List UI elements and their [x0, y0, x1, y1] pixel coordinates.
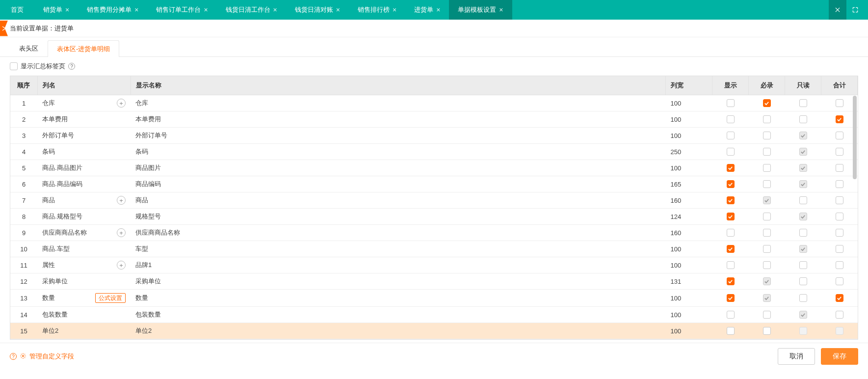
close-icon[interactable]: × [273, 6, 277, 14]
top-tab-4[interactable]: 钱货日清对账× [286, 0, 349, 20]
checkbox[interactable] [763, 99, 771, 107]
checkbox[interactable] [836, 99, 843, 107]
cell-display-name[interactable]: 商品编码 [131, 176, 666, 192]
checkbox[interactable] [836, 196, 843, 204]
checkbox[interactable] [727, 132, 735, 139]
cell-width[interactable]: 100 [666, 95, 712, 111]
cell-width[interactable]: 250 [666, 144, 712, 160]
checkbox[interactable] [763, 311, 771, 319]
top-tab-0[interactable]: 销货单× [34, 0, 78, 20]
checkbox[interactable] [763, 115, 771, 123]
table-row[interactable]: 3外部订单号外部订单号100 [10, 128, 858, 144]
cell-display-name[interactable]: 数量 [131, 290, 666, 307]
checkbox[interactable] [727, 277, 735, 285]
cell-display-name[interactable]: 单位2 [131, 323, 666, 339]
fullscreen-icon[interactable] [846, 0, 864, 20]
checkbox[interactable] [727, 245, 735, 253]
table-row[interactable]: 8商品.规格型号规格型号124 [10, 209, 858, 225]
table-row[interactable]: 4条码条码250 [10, 144, 858, 160]
cell-display-name[interactable]: 仓库 [131, 95, 666, 111]
checkbox[interactable] [763, 213, 771, 220]
table-row[interactable]: 12采购单位采购单位131 [10, 273, 858, 290]
checkbox[interactable] [799, 229, 807, 237]
checkbox[interactable] [799, 115, 807, 123]
top-tab-2[interactable]: 销售订单工作台× [147, 0, 216, 20]
table-row[interactable]: 2本单费用本单费用100 [10, 111, 858, 128]
close-panel-icon[interactable] [829, 0, 846, 20]
expand-flag-icon[interactable] [0, 21, 8, 36]
plus-icon[interactable]: + [117, 99, 126, 108]
table-row[interactable]: 5商品.商品图片商品图片100 [10, 160, 858, 176]
top-tab-1[interactable]: 销售费用分摊单× [78, 0, 147, 20]
close-icon[interactable]: × [134, 6, 138, 14]
cell-display-name[interactable]: 规格型号 [131, 209, 666, 225]
checkbox[interactable] [727, 180, 735, 188]
checkbox[interactable] [727, 327, 735, 335]
table-row[interactable]: 13数量公式设置数量100 [10, 290, 858, 307]
top-tab-3[interactable]: 钱货日清工作台× [217, 0, 286, 20]
checkbox[interactable] [727, 261, 735, 269]
checkbox[interactable] [727, 229, 735, 237]
close-icon[interactable]: × [336, 6, 340, 14]
checkbox[interactable] [836, 132, 843, 139]
checkbox[interactable] [836, 311, 843, 319]
checkbox[interactable] [763, 132, 771, 139]
checkbox[interactable] [836, 148, 843, 156]
checkbox[interactable] [836, 213, 843, 220]
checkbox[interactable] [727, 99, 735, 107]
cell-display-name[interactable]: 包装数量 [131, 307, 666, 323]
help-icon[interactable]: ? [68, 63, 75, 70]
checkbox[interactable] [727, 148, 735, 156]
checkbox[interactable] [799, 196, 807, 204]
cell-width[interactable]: 100 [666, 241, 712, 257]
checkbox-show-summary[interactable] [10, 62, 18, 70]
cell-display-name[interactable]: 采购单位 [131, 273, 666, 290]
checkbox[interactable] [763, 327, 771, 335]
checkbox[interactable] [799, 277, 807, 285]
cell-display-name[interactable]: 商品 [131, 192, 666, 209]
cell-display-name[interactable]: 外部订单号 [131, 128, 666, 144]
top-tab-5[interactable]: 销售排行榜× [349, 0, 405, 20]
table-row[interactable]: 9供应商商品名称+供应商商品名称160 [10, 225, 858, 241]
close-icon[interactable]: × [65, 6, 69, 14]
checkbox[interactable] [727, 213, 735, 220]
cell-width[interactable]: 160 [666, 192, 712, 209]
cell-width[interactable]: 100 [666, 111, 712, 128]
checkbox[interactable] [763, 164, 771, 172]
tab-header-area[interactable]: 表头区 [10, 40, 48, 56]
cell-width[interactable]: 100 [666, 290, 712, 307]
checkbox[interactable] [727, 115, 735, 123]
table-row[interactable]: 10商品.车型车型100 [10, 241, 858, 257]
checkbox[interactable] [836, 277, 843, 285]
table-row[interactable]: 11属性+品牌1100 [10, 257, 858, 273]
cancel-button[interactable]: 取消 [778, 348, 815, 365]
cell-width[interactable]: 100 [666, 307, 712, 323]
cell-width[interactable]: 100 [666, 160, 712, 176]
table-row[interactable]: 7商品+商品160 [10, 192, 858, 209]
table-row[interactable]: 1仓库+仓库100 [10, 95, 858, 111]
checkbox[interactable] [836, 115, 843, 123]
checkbox[interactable] [763, 261, 771, 269]
cell-display-name[interactable]: 本单费用 [131, 111, 666, 128]
cell-width[interactable]: 124 [666, 209, 712, 225]
table-row[interactable]: 6商品.商品编码商品编码165 [10, 176, 858, 192]
checkbox[interactable] [763, 148, 771, 156]
formula-button[interactable]: 公式设置 [95, 293, 126, 303]
cell-display-name[interactable]: 供应商商品名称 [131, 225, 666, 241]
footer-help-icon[interactable]: ? [10, 353, 17, 360]
checkbox[interactable] [836, 229, 843, 237]
cell-display-name[interactable]: 车型 [131, 241, 666, 257]
close-icon[interactable]: × [499, 6, 503, 14]
cell-display-name[interactable]: 品牌1 [131, 257, 666, 273]
plus-icon[interactable]: + [117, 228, 126, 237]
checkbox[interactable] [836, 180, 843, 188]
cell-width[interactable]: 165 [666, 176, 712, 192]
cell-width[interactable]: 100 [666, 257, 712, 273]
plus-icon[interactable]: + [117, 196, 126, 205]
checkbox[interactable] [727, 294, 735, 302]
save-button[interactable]: 保存 [821, 348, 858, 365]
manage-custom-fields-link[interactable]: 管理自定义字段 [29, 352, 74, 361]
checkbox[interactable] [836, 164, 843, 172]
top-tab-7[interactable]: 单据模板设置× [449, 0, 512, 20]
cell-width[interactable]: 100 [666, 128, 712, 144]
